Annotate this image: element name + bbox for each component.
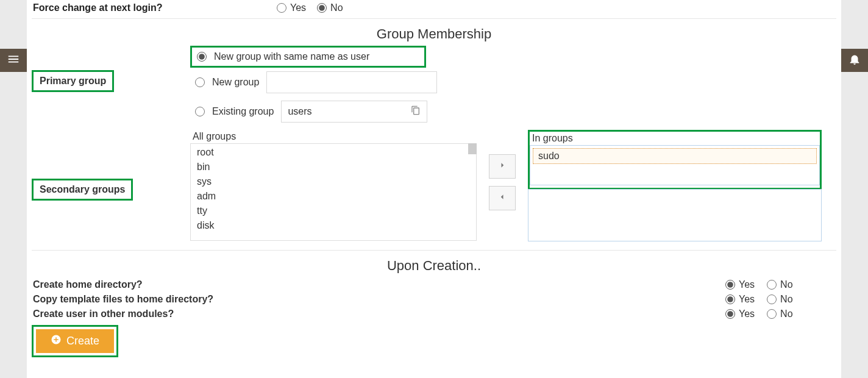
primary-opt-same-radio[interactable] [197,52,207,62]
browse-icon [411,105,421,118]
uc-no[interactable]: No [767,308,792,319]
yes-label: Yes [739,279,755,290]
list-item[interactable]: root [192,145,475,160]
uc-no[interactable]: No [767,279,792,290]
yes-label: Yes [739,294,755,305]
move-buttons [477,130,528,210]
in-groups-listbox[interactable]: sudo [532,147,818,184]
no-label: No [330,2,343,13]
all-groups-title: All groups [190,130,477,143]
existing-group-select[interactable]: users [281,101,427,123]
upon-creation-row: Create user in other modules? Yes No [32,307,836,321]
uc-no-radio[interactable] [767,309,777,319]
force-change-yes[interactable]: Yes [277,2,306,13]
divider [32,18,836,19]
uc-yes-radio[interactable] [725,309,735,319]
uc-label: Copy template files to home directory? [33,294,725,305]
uc-no[interactable]: No [767,294,792,305]
primary-opt-new-row[interactable]: New group [190,68,836,97]
list-item[interactable]: sys [192,174,475,189]
primary-group-label: Primary group [32,70,114,92]
primary-group-options: New group with same name as user New gro… [190,46,836,126]
force-change-no[interactable]: No [317,2,343,13]
group-membership-title: Group Membership [32,21,836,46]
secondary-groups-label-text: Secondary groups [40,184,125,194]
all-groups-wrap: All groups rootbinsysadmttydisk [190,130,477,241]
create-button-label: Create [66,335,99,348]
menu-button[interactable] [0,49,27,72]
uc-label: Create home directory? [33,279,725,290]
list-item[interactable]: sudo [533,148,817,164]
yes-label: Yes [290,2,306,13]
create-highlight: Create [32,325,118,357]
divider [32,250,836,251]
list-item[interactable]: bin [192,160,475,174]
new-group-name-input[interactable] [266,71,437,93]
force-change-row: Force change at next login? Yes No [32,0,836,16]
form-panel: Force change at next login? Yes No Group… [27,0,841,378]
in-groups-listbox-rest[interactable] [530,191,820,240]
primary-opt-existing-radio[interactable] [195,107,205,116]
force-change-label: Force change at next login? [33,2,191,13]
uc-yes-radio[interactable] [725,280,735,290]
upon-creation-row: Copy template files to home directory? Y… [32,292,836,307]
force-change-yes-radio[interactable] [277,3,286,13]
primary-opt-same-row[interactable]: New group with same name as user [190,46,426,68]
no-label: No [780,294,792,305]
move-right-button[interactable] [489,154,516,179]
primary-group-block: Primary group New group with same name a… [32,46,836,126]
list-item[interactable]: adm [192,189,475,204]
list-item[interactable]: disk [192,218,475,233]
force-change-no-radio[interactable] [317,3,327,13]
upon-creation-rows: Create home directory? Yes No Copy templ… [32,277,836,321]
bell-icon [848,52,861,68]
secondary-groups-label: Secondary groups [32,179,133,201]
existing-group-value: users [288,106,311,117]
uc-label: Create user in other modules? [33,308,725,319]
uc-no-radio[interactable] [767,294,777,304]
yes-label: Yes [739,308,755,319]
upon-creation-row: Create home directory? Yes No [32,277,836,292]
plus-circle-icon [51,334,62,348]
primary-opt-new-label: New group [212,77,259,88]
create-button[interactable]: Create [36,329,114,353]
in-groups-title: In groups [530,132,820,145]
uc-yes[interactable]: Yes [725,279,755,290]
all-groups-listbox[interactable]: rootbinsysadmttydisk [190,143,477,241]
secondary-groups-block: Secondary groups All groups rootbinsysad… [32,130,836,241]
primary-opt-new-radio[interactable] [195,77,205,87]
in-groups-wrap: In groups sudo [528,130,822,241]
list-item[interactable]: tty [192,204,475,218]
scrollbar-thumb[interactable] [468,143,477,154]
primary-group-label-text: Primary group [40,76,106,86]
uc-yes[interactable]: Yes [725,308,755,319]
primary-opt-same-label: New group with same name as user [214,51,369,62]
primary-opt-existing-label: Existing group [212,106,274,117]
notifications-button[interactable] [841,49,868,72]
move-left-button[interactable] [489,186,516,210]
hamburger-icon [7,52,20,68]
uc-yes-radio[interactable] [725,294,735,304]
upon-creation-title: Upon Creation.. [32,253,836,277]
arrow-left-icon [497,191,508,205]
no-label: No [780,308,792,319]
no-label: No [780,279,792,290]
uc-yes[interactable]: Yes [725,294,755,305]
primary-opt-existing-row[interactable]: Existing group users [190,97,836,126]
arrow-right-icon [497,160,508,173]
uc-no-radio[interactable] [767,280,777,290]
